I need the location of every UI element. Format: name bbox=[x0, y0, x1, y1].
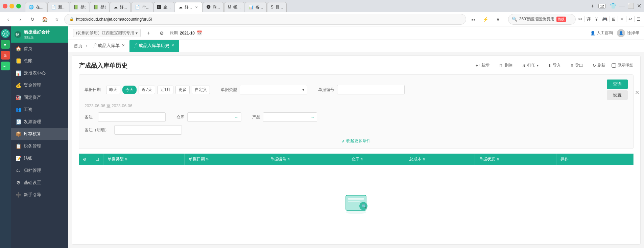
sidebar-item-tax[interactable]: 📋税务管理 bbox=[11, 140, 68, 152]
win-close-btn[interactable] bbox=[3, 4, 7, 8]
filter-setting-btn[interactable]: 设置 bbox=[607, 90, 628, 100]
date-yesterday-btn[interactable]: 昨天 bbox=[106, 86, 120, 94]
rail-icon-1[interactable]: ★ bbox=[1, 40, 10, 49]
dropdown-button[interactable]: ∨ bbox=[493, 15, 503, 24]
sidebar-item-ledger[interactable]: 📒总账 bbox=[11, 55, 68, 67]
col-number[interactable]: 单据编号 ⇅ bbox=[266, 154, 347, 165]
col-total-cost-sort[interactable]: ⇅ bbox=[423, 157, 425, 161]
undo-icon[interactable]: ↩ bbox=[628, 17, 632, 22]
lightning-button[interactable]: ⚡ bbox=[481, 15, 491, 24]
yuan-icon[interactable]: ¥ bbox=[595, 17, 598, 22]
col-type-sort[interactable]: ⇅ bbox=[125, 157, 127, 161]
sidebar-item-archive[interactable]: 🗂归档管理 bbox=[11, 164, 68, 177]
browser-tab-t2[interactable]: 📄新... bbox=[47, 2, 69, 12]
add-company-btn[interactable]: + bbox=[144, 28, 153, 38]
scissors-icon[interactable]: ✂ bbox=[578, 17, 582, 22]
col-check[interactable]: ☐ bbox=[91, 154, 103, 165]
user-info[interactable]: 👤 徐泽华 bbox=[617, 29, 639, 37]
panel-close-btn[interactable]: ✕ bbox=[635, 89, 639, 96]
col-gear[interactable]: ⚙ bbox=[79, 154, 91, 165]
browser-tab-t1[interactable]: 🌐在... bbox=[25, 2, 47, 12]
display-detail-label[interactable]: 显示明细 bbox=[612, 63, 634, 68]
sidebar-item-base[interactable]: ⚙基础设置 bbox=[11, 177, 68, 189]
col-warehouse[interactable]: 仓库 ⇅ bbox=[347, 154, 405, 165]
col-number-sort[interactable]: ⇅ bbox=[287, 157, 290, 161]
col-warehouse-sort[interactable]: ⇅ bbox=[360, 157, 363, 161]
sidebar-item-home[interactable]: 🏠首页 bbox=[11, 43, 68, 55]
display-detail-checkbox[interactable] bbox=[612, 63, 616, 68]
date-today-btn[interactable]: 今天 bbox=[122, 86, 137, 94]
breadcrumb-home[interactable]: 首页 bbox=[72, 43, 85, 49]
date-custom-btn[interactable]: 自定义 bbox=[192, 86, 210, 94]
query-btn[interactable]: 查询 bbox=[607, 80, 628, 89]
game-icon[interactable]: 🎮 bbox=[602, 17, 607, 22]
browser-tab-t5[interactable]: ☁好... bbox=[110, 2, 131, 12]
browser-tab-t10[interactable]: M畅... bbox=[224, 2, 244, 12]
tab-count[interactable]: 12 bbox=[598, 4, 606, 8]
col-total-cost[interactable]: 总成本 ⇅ bbox=[405, 154, 475, 165]
browser-tab-t9[interactable]: 🅣腾... bbox=[203, 2, 224, 12]
rail-icon-3[interactable]: ✉ bbox=[1, 62, 10, 70]
number-filter-input[interactable] bbox=[337, 85, 405, 94]
sun-icon[interactable]: ☀ bbox=[620, 17, 624, 22]
browser-tab-t4[interactable]: 📗易t bbox=[90, 2, 109, 12]
browser-tab-close-t8[interactable]: ✕ bbox=[194, 5, 199, 9]
collapse-btn[interactable]: ∧ 收起更多条件 bbox=[342, 138, 371, 144]
browser-tab-t12[interactable]: S目... bbox=[267, 2, 287, 12]
sidebar-item-fund[interactable]: 💰资金管理 bbox=[11, 79, 68, 91]
settings-btn[interactable]: ⚙ bbox=[157, 28, 166, 38]
search-bar[interactable]: 🔍 360智能抠图免费用 热搜 bbox=[508, 14, 576, 25]
translate-icon[interactable]: 译 bbox=[587, 16, 591, 22]
col-status[interactable]: 单据状态 ⇅ bbox=[475, 154, 556, 165]
sidebar-item-fixed[interactable]: 🏭固定资产 bbox=[11, 91, 68, 104]
col-date[interactable]: 单据日期 ⇅ bbox=[185, 154, 266, 165]
sidebar-item-invoice[interactable]: 🧾发票管理 bbox=[11, 116, 68, 128]
import-btn[interactable]: ⬇ 导入 bbox=[545, 61, 564, 70]
sidebar-item-settle[interactable]: 📝结账 bbox=[11, 152, 68, 164]
minimize-icon[interactable]: — bbox=[619, 3, 625, 9]
refresh-button[interactable]: ↻ bbox=[28, 15, 37, 24]
rail-logo[interactable]: 好 bbox=[1, 29, 10, 38]
close-icon[interactable]: ✕ bbox=[637, 3, 641, 9]
back-button[interactable]: ‹ bbox=[3, 15, 13, 24]
tab-product-history-close[interactable]: ✕ bbox=[171, 43, 174, 48]
note-filter-input[interactable] bbox=[98, 112, 166, 122]
grid-icon[interactable]: ⊞ bbox=[612, 17, 616, 22]
col-type[interactable]: 单据类型 ⇅ bbox=[103, 154, 185, 165]
tab-product-list-close[interactable]: ✕ bbox=[122, 43, 125, 48]
date-more-btn[interactable]: 更多 bbox=[175, 86, 190, 94]
sidebar-item-report[interactable]: 📊云报表中心 bbox=[11, 67, 68, 79]
bookmark-button[interactable]: ☆ bbox=[52, 15, 62, 24]
browser-tab-t8[interactable]: ☁好...✕ bbox=[175, 2, 202, 12]
browser-tab-t11[interactable]: 📊各... bbox=[245, 2, 267, 12]
tab-product-list[interactable]: 产成品入库单 ✕ bbox=[89, 40, 129, 52]
forward-button[interactable]: › bbox=[16, 15, 25, 24]
date-week-btn[interactable]: 近7天 bbox=[139, 86, 155, 94]
browser-tab-t6[interactable]: 📄个... bbox=[131, 2, 153, 12]
menu-icon[interactable]: ☰ bbox=[637, 17, 641, 22]
company-selector[interactable]: (勿删勿禁用）江西服宝测试专用 ▾ bbox=[73, 29, 141, 37]
product-filter-select[interactable]: ··· bbox=[263, 112, 317, 122]
sidebar-item-inventory[interactable]: 📦库存核算 bbox=[11, 128, 68, 140]
sidebar-item-salary[interactable]: 👥工资 bbox=[11, 104, 68, 116]
win-min-btn[interactable] bbox=[9, 4, 14, 8]
extensions-button[interactable]: ⚏ bbox=[469, 15, 478, 24]
address-input[interactable]: 🔒 https://cloud.chanjet.com/accounting/u… bbox=[64, 14, 466, 25]
sidebar-item-newitem[interactable]: ➕新手引导 bbox=[11, 189, 68, 201]
type-filter-select[interactable]: ▾ bbox=[240, 85, 307, 94]
add-btn[interactable]: + + 新增 bbox=[472, 61, 493, 70]
print-btn[interactable]: 🖨 打印 ▾ bbox=[519, 61, 542, 70]
maximize-icon[interactable]: ⬜ bbox=[627, 3, 634, 9]
tab-product-history[interactable]: 产成品入库单历史 ✕ bbox=[129, 40, 179, 52]
rail-icon-2[interactable]: 微 bbox=[1, 51, 10, 60]
col-status-sort[interactable]: ⇅ bbox=[497, 157, 499, 161]
win-max-btn[interactable] bbox=[16, 4, 21, 8]
export-btn[interactable]: ⬆ 导出 bbox=[567, 61, 587, 70]
delete-btn[interactable]: 🗑 删除 bbox=[496, 61, 516, 70]
browser-tab-t3[interactable]: 📗易t bbox=[70, 2, 89, 12]
date-month-btn[interactable]: 近1月 bbox=[157, 86, 174, 94]
refresh-btn[interactable]: ↻ 刷新 bbox=[589, 61, 609, 70]
calendar-icon[interactable]: 📅 bbox=[197, 30, 202, 36]
new-tab-button[interactable]: + bbox=[588, 2, 597, 10]
warehouse-filter-select[interactable]: ··· bbox=[187, 112, 241, 122]
